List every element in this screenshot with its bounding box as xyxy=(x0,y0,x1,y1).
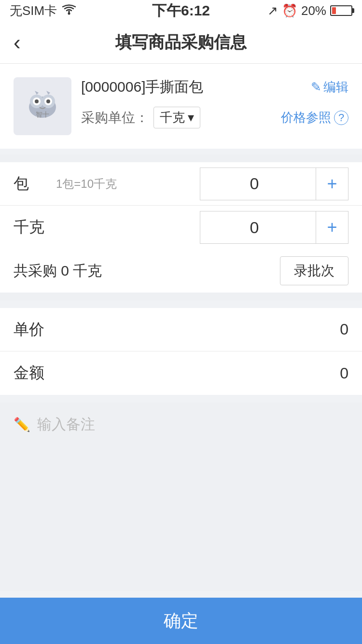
unit-price-label: 单价 xyxy=(14,319,44,340)
unit-price-row: 单价 0 xyxy=(0,308,362,351)
pack-quantity-input[interactable] xyxy=(200,168,316,200)
section-divider-1 xyxy=(0,154,362,162)
location-icon: ↗ xyxy=(267,3,278,18)
pencil-icon: ✏️ xyxy=(14,417,30,433)
amount-value: 0 xyxy=(340,364,348,382)
product-card: 智十 [0000006]手撕面包 ✎ 编辑 采购单位： 千克 ▾ 价格参照 ? xyxy=(0,64,362,149)
svg-point-6 xyxy=(35,99,39,103)
summary-text: 共采购 0 千克 xyxy=(14,261,102,281)
price-ref-help-icon: ? xyxy=(334,111,348,125)
amount-label: 金额 xyxy=(14,363,44,384)
status-time: 下午6:12 xyxy=(152,1,210,21)
kg-input-row: 千克 + xyxy=(0,206,362,249)
summary-section: 共采购 0 千克 录批次 xyxy=(0,249,362,293)
price-ref-label: 价格参照 xyxy=(281,109,331,126)
quantity-input-section: 包 1包=10千克 + 千克 + xyxy=(0,162,362,249)
content-area xyxy=(0,446,362,591)
price-reference-button[interactable]: 价格参照 ? xyxy=(281,109,348,126)
confirm-bar[interactable]: 确定 xyxy=(0,598,362,644)
svg-point-7 xyxy=(46,99,50,103)
pack-input-row: 包 1包=10千克 + xyxy=(0,162,362,206)
product-thumbnail: 智十 xyxy=(14,77,71,135)
svg-point-0 xyxy=(68,12,70,14)
edit-button[interactable]: ✎ 编辑 xyxy=(311,79,348,96)
carrier-text: 无SIM卡 xyxy=(10,2,57,19)
section-divider-2 xyxy=(0,293,362,300)
product-logo-icon: 智十 xyxy=(23,87,62,126)
remark-placeholder: 输入备注 xyxy=(37,415,95,434)
dropdown-icon: ▾ xyxy=(188,110,194,125)
battery-icon xyxy=(330,5,352,16)
edit-icon: ✎ xyxy=(311,80,321,95)
back-button[interactable]: ‹ xyxy=(14,32,21,53)
wifi-icon xyxy=(62,3,76,18)
product-name: [0000006]手撕面包 xyxy=(81,77,203,97)
unit-price-value: 0 xyxy=(340,321,348,338)
pack-input-controls: + xyxy=(200,168,348,200)
kg-input-controls: + xyxy=(200,211,348,244)
status-left: 无SIM卡 xyxy=(10,2,76,19)
kg-label: 千克 xyxy=(14,217,52,238)
svg-text:智十: 智十 xyxy=(36,111,49,118)
nav-bar: ‹ 填写商品采购信息 xyxy=(0,21,362,64)
battery-percent: 20% xyxy=(301,3,326,18)
confirm-label: 确定 xyxy=(164,609,198,633)
kg-plus-icon: + xyxy=(327,217,337,238)
edit-label: 编辑 xyxy=(323,79,348,96)
status-right: ↗ ⏰ 20% xyxy=(267,3,352,18)
product-info: [0000006]手撕面包 ✎ 编辑 采购单位： 千克 ▾ 价格参照 ? xyxy=(81,77,348,128)
summary-unit-text: 千克 xyxy=(73,263,102,279)
pack-plus-button[interactable]: + xyxy=(316,168,348,200)
alarm-icon: ⏰ xyxy=(282,3,297,18)
pack-sub-label: 1包=10千克 xyxy=(56,176,200,192)
status-bar: 无SIM卡 下午6:12 ↗ ⏰ 20% xyxy=(0,0,362,21)
price-section: 单价 0 金额 0 xyxy=(0,308,362,395)
amount-row: 金额 0 xyxy=(0,351,362,395)
summary-label: 共采购 xyxy=(14,263,57,279)
plus-icon: + xyxy=(327,174,337,194)
product-header: [0000006]手撕面包 ✎ 编辑 xyxy=(81,77,348,97)
summary-count: 0 xyxy=(61,263,69,279)
unit-value: 千克 xyxy=(160,109,185,126)
remark-section[interactable]: ✏️ 输入备注 xyxy=(0,403,362,446)
kg-plus-button[interactable]: + xyxy=(316,211,348,244)
unit-label: 采购单位： xyxy=(81,109,149,127)
kg-quantity-input[interactable] xyxy=(200,211,316,244)
page-title: 填写商品采购信息 xyxy=(115,31,247,54)
product-unit-row: 采购单位： 千克 ▾ 价格参照 ? xyxy=(81,107,348,128)
pack-label: 包 xyxy=(14,173,52,195)
unit-select[interactable]: 千克 ▾ xyxy=(153,107,200,128)
batch-button[interactable]: 录批次 xyxy=(280,256,348,285)
